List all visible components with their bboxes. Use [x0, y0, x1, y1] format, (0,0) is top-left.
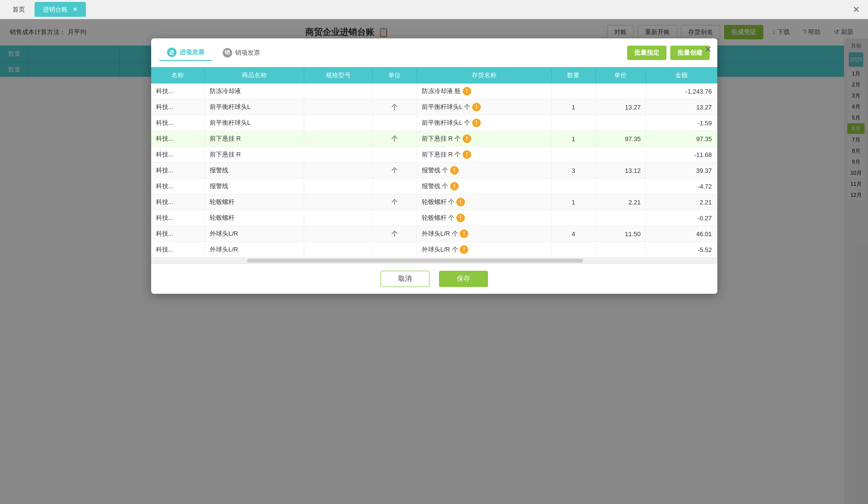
table-header-row: 名称 商品名称 规格型号 单位 存货名称 数量 单价 金额	[151, 67, 717, 84]
tab-ledger[interactable]: 进销台账 ✕	[35, 2, 86, 17]
tab-incoming-invoice[interactable]: 进 进项发票	[159, 44, 213, 61]
warn-icon: !	[463, 134, 471, 143]
warn-icon: !	[460, 229, 468, 238]
th-spec: 规格型号	[304, 67, 373, 84]
warn-icon: !	[472, 103, 481, 111]
tab-home[interactable]: 首页	[5, 2, 33, 17]
th-inventory: 存货名称	[416, 67, 551, 84]
table-row[interactable]: 科技...报警线报警线 个 !-4.72	[151, 179, 717, 194]
modal-tabs: 进 进项发票 销 销项发票	[159, 44, 627, 61]
modal-table-wrapper: 名称 商品名称 规格型号 单位 存货名称 数量 单价 金额 科技...防冻冷却液…	[151, 67, 717, 258]
modal-header-actions: 批量指定 批量创建	[627, 46, 710, 60]
table-row[interactable]: 科技...外球头L/R外球头L/R 个 !-5.52	[151, 242, 717, 258]
save-button[interactable]: 保存	[439, 271, 488, 287]
warn-icon: !	[450, 166, 459, 175]
warn-icon: !	[460, 245, 468, 254]
invoice-table: 名称 商品名称 规格型号 单位 存货名称 数量 单价 金额 科技...防冻冷却液…	[151, 67, 717, 258]
tab-ledger-close[interactable]: ✕	[72, 6, 78, 13]
table-row[interactable]: 科技...报警线个报警线 个 !313.1239.37	[151, 163, 717, 179]
tab-outgoing-invoice[interactable]: 销 销项发票	[214, 44, 268, 61]
th-name: 名称	[151, 67, 205, 84]
th-quantity: 数量	[551, 67, 595, 84]
table-row[interactable]: 科技...前平衡杆球头L个前平衡杆球头L 个 !113.2713.27	[151, 99, 717, 115]
modal-overlay: 进 进项发票 销 销项发票 批量指定 批量创建 ✕	[0, 19, 868, 504]
modal-dialog: 进 进项发票 销 销项发票 批量指定 批量创建 ✕	[151, 38, 717, 294]
warn-icon: !	[463, 150, 471, 159]
table-row[interactable]: 科技...前下悬挂 R个前下悬挂 R 个 !197.3597.35	[151, 131, 717, 147]
th-unit-price: 单价	[595, 67, 646, 84]
main-page: 销售成本计算方法： 月平均 商贸企业进销台账 📋 对账 重新开账 存货别名 生成…	[0, 19, 868, 504]
table-row[interactable]: 科技...轮毂螺杆个轮毂螺杆 个 !12.212.21	[151, 194, 717, 210]
warn-icon: !	[463, 87, 471, 96]
warn-icon: !	[456, 198, 465, 206]
cancel-button[interactable]: 取消	[380, 271, 429, 287]
scrollbar-track[interactable]	[247, 259, 583, 263]
batch-assign-button[interactable]: 批量指定	[627, 46, 666, 60]
table-row[interactable]: 科技...外球头L/R个外球头L/R 个 !411.5046.01	[151, 226, 717, 242]
table-row[interactable]: 科技...防冻冷却液防冻冷却液 瓶 !-1,243.76	[151, 84, 717, 99]
th-product: 商品名称	[204, 67, 304, 84]
modal-scrollbar[interactable]	[151, 258, 717, 264]
warn-icon: !	[450, 182, 459, 191]
outgoing-invoice-icon: 销	[223, 48, 232, 58]
batch-create-button[interactable]: 批量创建	[670, 46, 710, 60]
tab-list: 首页 进销台账 ✕	[5, 2, 86, 17]
tab-bar: 首页 进销台账 ✕ ✕	[0, 0, 868, 19]
incoming-invoice-icon: 进	[167, 48, 177, 57]
invoice-table-body: 科技...防冻冷却液防冻冷却液 瓶 !-1,243.76科技...前平衡杆球头L…	[151, 84, 717, 258]
table-row[interactable]: 科技...前平衡杆球头L前平衡杆球头L 个 !-1.59	[151, 115, 717, 131]
warn-icon: !	[456, 214, 465, 222]
table-row[interactable]: 科技...前下悬挂 R前下悬挂 R 个 !-11.68	[151, 147, 717, 163]
th-amount: 金额	[646, 67, 717, 84]
modal-close-button[interactable]: ✕	[704, 44, 712, 55]
table-row[interactable]: 科技...轮毂螺杆轮毂螺杆 个 !-0.27	[151, 210, 717, 226]
modal-footer: 取消 保存	[151, 264, 717, 294]
modal-header: 进 进项发票 销 销项发票 批量指定 批量创建 ✕	[151, 38, 717, 67]
warn-icon: !	[472, 119, 481, 127]
th-unit: 单位	[372, 67, 416, 84]
window-close-button[interactable]: ✕	[849, 2, 863, 17]
